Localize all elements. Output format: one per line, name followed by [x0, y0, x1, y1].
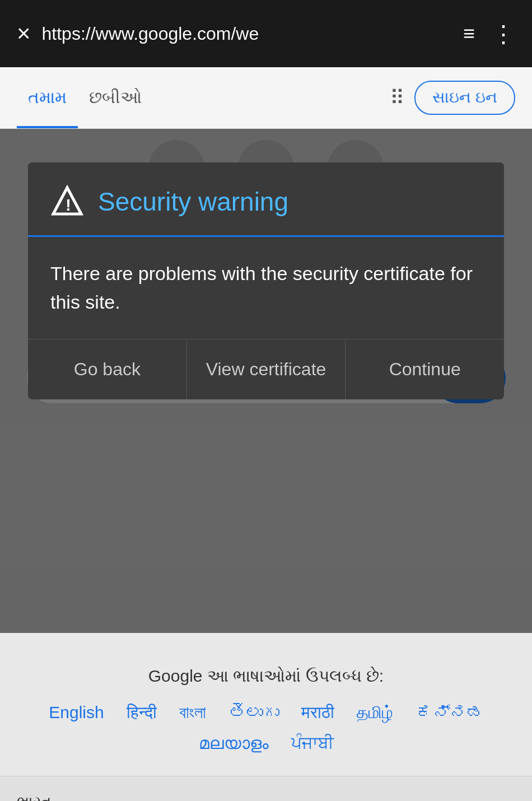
view-certificate-button[interactable]: View certificate: [187, 339, 346, 399]
more-menu-icon[interactable]: ⋮: [492, 20, 515, 48]
dialog-body: There are problems with the security cer…: [28, 237, 504, 339]
language-link-7[interactable]: മലയാളം: [199, 734, 269, 753]
signin-button[interactable]: સાઇન ઇન: [414, 81, 515, 115]
language-links: Englishहिन्दीবাংলাతెలుగుमराठीதமிழ்ಕನ್ನಡമ…: [17, 703, 515, 753]
language-link-3[interactable]: తెలుగు: [228, 703, 279, 723]
grid-icon[interactable]: ⠿: [390, 86, 403, 110]
tab-images[interactable]: છબીઓ: [78, 67, 153, 128]
tab-all[interactable]: તમામ: [17, 67, 78, 128]
language-label: Google આ ભાષાઓમાં ઉપલબ્ધ છે:: [148, 667, 384, 686]
svg-text:!: !: [66, 195, 71, 214]
menu-icon[interactable]: ≡: [463, 22, 475, 45]
language-link-0[interactable]: English: [49, 703, 104, 723]
language-link-1[interactable]: हिन्दी: [127, 703, 157, 723]
footer-region: ભારત: [0, 776, 532, 801]
dialog-message: There are problems with the security cer…: [50, 259, 482, 316]
close-icon[interactable]: ×: [17, 22, 31, 45]
bottom-content: Google આ ભાષાઓમાં ઉપલબ્ધ છે: Englishहिन्…: [0, 633, 532, 776]
language-link-2[interactable]: বাংলা: [179, 703, 206, 723]
language-link-6[interactable]: ಕನ್ನಡ: [416, 703, 483, 723]
dialog-title: Security warning: [98, 187, 288, 217]
dialog-header: ! Security warning: [28, 162, 504, 237]
dialog-actions: Go back View certificate Continue: [28, 339, 504, 399]
go-back-button[interactable]: Go back: [28, 339, 187, 399]
browser-bar: × ≡ ⋮: [0, 0, 532, 67]
continue-button[interactable]: Continue: [346, 339, 504, 399]
security-dialog: ! Security warning There are problems wi…: [28, 162, 504, 399]
language-link-5[interactable]: தமிழ்: [357, 703, 393, 723]
region-text: ભારત: [17, 793, 52, 801]
language-link-4[interactable]: मराठी: [301, 703, 334, 723]
main-content: ! Security warning There are problems wi…: [0, 129, 532, 633]
nav-tabs: તમામ છબીઓ ⠿ સાઇન ઇન: [0, 67, 532, 129]
url-bar[interactable]: [42, 24, 441, 44]
warning-triangle-icon: !: [50, 185, 84, 218]
language-link-8[interactable]: ਪੰਜਾਬੀ: [291, 734, 334, 753]
